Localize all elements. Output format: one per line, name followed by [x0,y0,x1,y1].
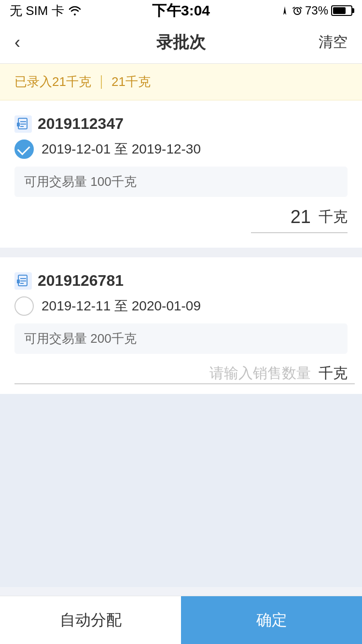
batch1-id: 2019112347 [38,115,124,133]
batch1-amount-row: 21 千克 [0,197,362,232]
batch2-input-row: 请输入销售数量 千克 [0,354,362,383]
confirm-button[interactable]: 确定 [181,596,362,644]
batch-card-1: 2019112347 2019-12-01 至 2019-12-30 可用交易量… [0,100,362,248]
status-bar: 无 SIM 卡 下午3:04 73% [0,0,362,21]
batch1-avail: 可用交易量 100千克 [14,167,348,197]
info-banner: 已录入21千克 21千克 [0,64,362,100]
batch2-radio[interactable] [14,296,34,316]
status-right: 73% [280,4,352,17]
batch2-avail: 可用交易量 200千克 [14,323,348,354]
batch2-icon [14,272,32,290]
back-button[interactable]: ‹ [14,32,20,53]
doc-icon-2 [17,275,29,287]
carrier-info: 无 SIM 卡 [10,2,82,19]
svg-rect-7 [17,123,20,126]
info-divider [101,75,102,89]
entered-amount: 21千克 [111,73,151,90]
bottom-bar: 自动分配 确定 [0,596,362,644]
batch1-date-row: 2019-12-01 至 2019-12-30 [14,140,348,159]
batch1-unit: 千克 [319,207,348,227]
location-icon [280,6,290,15]
batch1-date: 2019-12-01 至 2019-12-30 [42,140,201,158]
batch2-unit: 千克 [319,364,348,383]
batch1-header-area: 2019112347 2019-12-01 至 2019-12-30 可用交易量… [0,100,362,197]
batch2-id: 2019126781 [38,272,124,290]
carrier-text: 无 SIM 卡 [10,2,64,19]
batch1-amount-value: 21 [291,207,311,227]
clear-button[interactable]: 清空 [319,32,348,52]
batch1-radio[interactable] [14,140,34,159]
wifi-icon [68,6,82,15]
auto-distribute-button[interactable]: 自动分配 [0,596,181,644]
batch-card-2: 2019126781 2019-12-11 至 2020-01-09 可用交易量… [0,257,362,394]
batch2-date-row: 2019-12-11 至 2020-01-09 [14,296,348,316]
doc-icon [17,118,29,130]
battery-fill [333,7,346,14]
status-time: 下午3:04 [152,1,210,21]
section-separator [0,248,362,257]
entered-label: 已录入21千克 [14,73,91,90]
svg-line-2 [297,11,299,12]
batch2-input-placeholder: 请输入销售数量 [209,364,311,383]
alarm-icon [292,6,302,15]
batch2-date: 2019-12-11 至 2020-01-09 [42,297,201,315]
batch1-icon [14,115,32,133]
batch2-header-area: 2019126781 2019-12-11 至 2020-01-09 可用交易量… [0,257,362,354]
battery-percent: 73% [305,4,328,17]
page-title: 录批次 [156,31,206,54]
batch2-header: 2019126781 [14,272,348,290]
nav-bar: ‹ 录批次 清空 [0,21,362,64]
batch1-header: 2019112347 [14,115,348,133]
empty-area [0,394,362,587]
svg-rect-12 [17,280,20,283]
battery-icon [331,5,352,16]
